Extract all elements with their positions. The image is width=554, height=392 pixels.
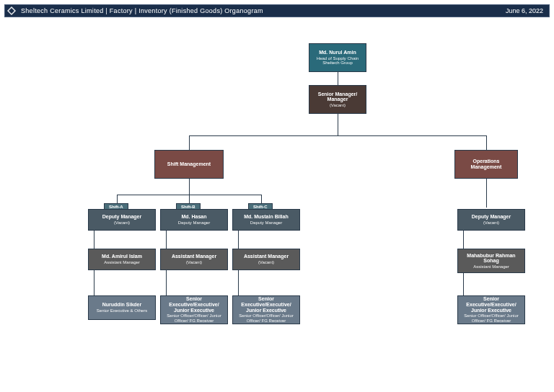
connector — [261, 195, 262, 203]
node-role: (Vacant) — [186, 260, 202, 265]
node-senior-manager: Senior Manager/ Manager (Vacant) — [309, 85, 366, 114]
node-shift-management: Shift Management — [154, 150, 224, 179]
connector — [338, 114, 338, 135]
connector — [189, 135, 190, 150]
node-name: Mahabubur Rahman Sohag — [461, 253, 522, 264]
node-shift-c-assistant: Assistant Manager (Vacant) — [232, 249, 300, 270]
node-name: Operations Management — [458, 159, 514, 169]
node-role: (Vacant) — [330, 103, 346, 108]
node-name: Md. Amirul Islam — [102, 254, 142, 259]
connector — [189, 195, 190, 203]
connector — [189, 179, 190, 195]
node-ops-exec: Senior Executive/Executive/ Junior Execu… — [457, 295, 525, 324]
node-role: Senior Officer/Officer/ Junior Officer/ … — [461, 313, 522, 323]
node-shift-b-exec: Senior Executive/Executive/ Junior Execu… — [160, 295, 228, 324]
node-name: Shift Management — [167, 161, 211, 167]
node-name: Assistant Manager — [244, 254, 289, 259]
node-role: Senior Officer/Officer/ Junior Officer/ … — [164, 313, 224, 323]
node-role: Senior Officer/Officer/ Junior Officer/ … — [236, 313, 296, 323]
node-role: (Vacant) — [258, 260, 274, 265]
node-org: Sheltech Group — [322, 61, 353, 66]
page: Sheltech Ceramics Limited | Factory | In… — [0, 0, 554, 392]
node-name: Md. Mustain Billah — [244, 214, 288, 220]
node-shift-a-deputy: Deputy Manager (Vacant) — [88, 209, 156, 231]
node-operations-management: Operations Management — [454, 150, 518, 179]
node-shift-b-deputy: Md. Hasan Deputy Manager — [160, 209, 228, 231]
node-name: Nuruddin Sikder — [102, 302, 141, 308]
org-chart-canvas: Md. Nurul Amin Head of Supply Chain Shel… — [0, 22, 554, 392]
node-name: Assistant Manager — [172, 254, 216, 259]
node-name: Deputy Manager — [102, 214, 141, 220]
node-head-supply-chain: Md. Nurul Amin Head of Supply Chain Shel… — [309, 43, 366, 72]
node-name: Senior Executive/Executive/ Junior Execu… — [164, 296, 224, 313]
node-role: Senior Executive & Others — [97, 308, 147, 313]
node-role: (Vacant) — [114, 220, 130, 226]
node-role: Deputy Manager — [178, 220, 210, 226]
node-shift-c-exec: Senior Executive/Executive/ Junior Execu… — [232, 295, 300, 324]
header-bar: Sheltech Ceramics Limited | Factory | In… — [4, 4, 550, 17]
connector — [117, 195, 118, 203]
node-shift-a-exec: Nuruddin Sikder Senior Executive & Other… — [88, 295, 156, 320]
node-role: Head of Supply Chain — [317, 56, 359, 61]
node-shift-b-assistant: Assistant Manager (Vacant) — [160, 249, 228, 270]
header-date: June 6, 2022 — [506, 7, 549, 14]
node-role: (Vacant) — [483, 220, 499, 226]
node-shift-c-deputy: Md. Mustain Billah Deputy Manager — [232, 209, 300, 231]
connector — [338, 72, 338, 85]
node-role: Deputy Manager — [250, 220, 282, 226]
connector — [486, 179, 487, 208]
node-name: Md. Hasan — [181, 214, 206, 220]
node-name: Deputy Manager — [472, 214, 511, 220]
node-name: Senior Executive/Executive/ Junior Execu… — [236, 296, 296, 313]
node-name: Senior Executive/Executive/ Junior Execu… — [461, 296, 522, 313]
node-ops-deputy: Deputy Manager (Vacant) — [457, 209, 525, 231]
company-logo-icon — [5, 4, 18, 17]
node-shift-a-assistant: Md. Amirul Islam Assistant Manager — [88, 249, 156, 270]
connector — [189, 135, 486, 136]
node-role: Assistant Manager — [473, 264, 509, 270]
header-title: Sheltech Ceramics Limited | Factory | In… — [21, 7, 506, 14]
node-ops-assistant: Mahabubur Rahman Sohag Assistant Manager — [457, 249, 525, 273]
node-role: Assistant Manager — [104, 260, 140, 265]
connector — [486, 135, 487, 150]
node-name: Senior Manager/ Manager — [312, 92, 363, 102]
node-name: Md. Nurul Amin — [319, 50, 356, 55]
